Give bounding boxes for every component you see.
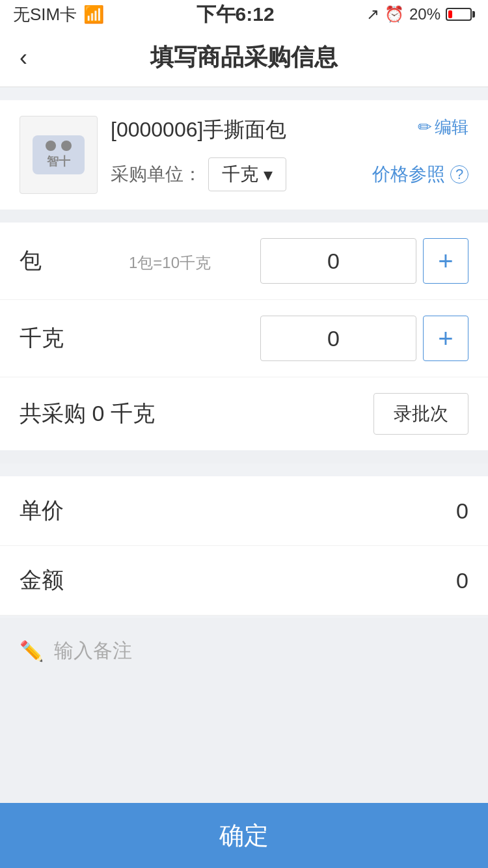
amount-label: 金额 [20, 565, 64, 595]
amount-row: 金额 0 [0, 546, 488, 616]
battery-icon [446, 8, 475, 21]
confirm-button[interactable]: 确定 [0, 803, 488, 868]
edit-button[interactable]: ✏ 编辑 [418, 116, 468, 139]
package-label: 包 [20, 246, 124, 276]
help-icon: ? [450, 165, 468, 183]
price-section: 单价 0 金额 0 [0, 476, 488, 616]
wifi-icon: 📶 [83, 5, 104, 25]
status-bar: 无SIM卡 📶 下午6:12 ↗ ⏰ 20% [0, 0, 488, 29]
kg-label: 千克 [20, 323, 124, 353]
section-separator-2 [0, 450, 488, 463]
product-info: [0000006]手撕面包 ✏ 编辑 采购单位： 千克 ▾ 价格参照 ? [111, 116, 468, 191]
product-name: [0000006]手撕面包 [111, 116, 286, 144]
nav-bar: ‹ 填写商品采购信息 [0, 29, 488, 87]
remark-row[interactable]: ✏️ 输入备注 [0, 618, 488, 684]
amount-value: 0 [456, 568, 468, 593]
total-row: 共采购 0 千克 录批次 [0, 377, 488, 450]
price-ref-button[interactable]: 价格参照 ? [372, 162, 468, 187]
package-sublabel: 1包=10千克 [129, 252, 211, 273]
status-left: 无SIM卡 📶 [13, 3, 104, 26]
carrier-label: 无SIM卡 [13, 3, 77, 26]
back-button[interactable]: ‹ [20, 44, 27, 72]
remark-placeholder: 输入备注 [54, 638, 132, 664]
kg-input[interactable] [260, 316, 416, 361]
location-icon: ↗ [366, 5, 379, 23]
package-row: 包 1包=10千克 + [0, 223, 488, 300]
battery-percent: 20% [409, 5, 441, 23]
pencil-icon: ✏️ [20, 640, 44, 662]
product-card: 智十 [0000006]手撕面包 ✏ 编辑 采购单位： 千克 ▾ [0, 100, 488, 210]
total-label: 共采购 0 千克 [20, 399, 155, 429]
status-right: ↗ ⏰ 20% [366, 5, 475, 23]
product-image: 智十 [20, 116, 98, 194]
package-plus-button[interactable]: + [423, 238, 468, 284]
status-time: 下午6:12 [197, 1, 275, 28]
page-title: 填写商品采购信息 [150, 42, 338, 74]
unit-select[interactable]: 千克 ▾ [208, 157, 286, 191]
kg-row: 千克 + [0, 300, 488, 377]
unit-price-value: 0 [456, 498, 468, 524]
unit-price-row: 单价 0 [0, 476, 488, 546]
chevron-down-icon: ▾ [264, 164, 273, 185]
unit-price-label: 单价 [20, 496, 64, 526]
batch-button[interactable]: 录批次 [373, 393, 468, 435]
unit-label: 采购单位： [111, 162, 202, 187]
alarm-icon: ⏰ [385, 5, 404, 23]
section-separator [0, 210, 488, 223]
package-section: 包 1包=10千克 + 千克 + [0, 223, 488, 377]
package-input[interactable] [260, 238, 416, 284]
kg-plus-button[interactable]: + [423, 316, 468, 361]
